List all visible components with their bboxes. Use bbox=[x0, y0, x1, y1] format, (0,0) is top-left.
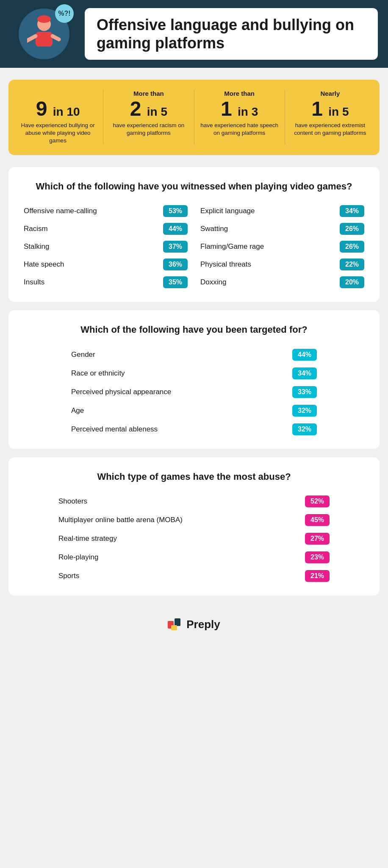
targeted-badge-3: 32% bbox=[292, 405, 317, 417]
games-label-0: Shooters bbox=[58, 497, 87, 506]
targeted-label-2: Perceived physical appearance bbox=[71, 388, 171, 396]
svg-rect-7 bbox=[171, 625, 177, 630]
witnessed-badge-0: 53% bbox=[163, 205, 188, 217]
stats-bar: 9 in 10 Have experienced bullying or abu… bbox=[8, 80, 380, 155]
witnessed-card: Which of the following have you witnesse… bbox=[8, 167, 380, 302]
witnessed-badge-r3: 22% bbox=[340, 259, 364, 270]
targeted-row-4: Perceived mental ableness 32% bbox=[71, 423, 317, 435]
witnessed-row-0: Offensive name-calling 53% bbox=[24, 205, 188, 217]
avatar: %?! bbox=[19, 8, 69, 59]
stat-prefix-0 bbox=[17, 90, 99, 97]
witnessed-grid: Offensive name-calling 53% Racism 44% St… bbox=[24, 205, 364, 288]
svg-point-1 bbox=[37, 15, 51, 23]
games-card-title: Which type of games have the most abuse? bbox=[24, 471, 364, 483]
stat-item-3: Nearly 1 in 5 have experienced extremist… bbox=[285, 90, 375, 145]
svg-rect-6 bbox=[175, 618, 180, 626]
games-badge-3: 23% bbox=[305, 551, 330, 563]
games-row-2: Real-time strategy 27% bbox=[58, 533, 330, 545]
preply-logo-icon bbox=[168, 617, 183, 632]
games-label-3: Role-playing bbox=[58, 553, 99, 562]
witnessed-row-3: Hate speech 36% bbox=[24, 259, 188, 270]
witnessed-label-3: Hate speech bbox=[24, 260, 159, 269]
witnessed-label-r1: Swatting bbox=[200, 225, 335, 233]
witnessed-row-r2: Flaming/Game rage 26% bbox=[200, 241, 364, 253]
targeted-row-1: Race or ethnicity 34% bbox=[71, 367, 317, 379]
header: %?! Offensive language and bullying on g… bbox=[0, 0, 388, 68]
witnessed-row-r4: Doxxing 20% bbox=[200, 276, 364, 288]
witnessed-label-r3: Physical threats bbox=[200, 260, 335, 269]
witnessed-label-r0: Explicit language bbox=[200, 207, 335, 215]
stat-desc-0: Have experienced bullying or abuse while… bbox=[17, 122, 99, 145]
stat-number-0: 9 in 10 bbox=[17, 99, 99, 119]
games-row-3: Role-playing 23% bbox=[58, 551, 330, 563]
witnessed-row-1: Racism 44% bbox=[24, 223, 188, 235]
games-label-4: Sports bbox=[58, 572, 79, 580]
games-row-0: Shooters 52% bbox=[58, 495, 330, 507]
stat-prefix-1: More than bbox=[108, 90, 189, 97]
games-label-2: Real-time strategy bbox=[58, 534, 117, 543]
speech-bubble-icon: %?! bbox=[55, 4, 74, 23]
witnessed-badge-2: 37% bbox=[163, 241, 188, 253]
preply-brand-name: Preply bbox=[186, 618, 220, 631]
witnessed-badge-1: 44% bbox=[163, 223, 188, 235]
stat-prefix-3: Nearly bbox=[289, 90, 371, 97]
targeted-badge-0: 44% bbox=[292, 349, 317, 361]
witnessed-label-4: Insults bbox=[24, 278, 159, 287]
preply-logo: Preply bbox=[168, 617, 220, 632]
stat-prefix-2: More than bbox=[199, 90, 280, 97]
header-icon-area: %?! bbox=[10, 8, 78, 59]
games-badge-2: 27% bbox=[305, 533, 330, 545]
witnessed-row-r3: Physical threats 22% bbox=[200, 259, 364, 270]
targeted-row-0: Gender 44% bbox=[71, 349, 317, 361]
person-icon bbox=[27, 15, 61, 53]
witnessed-badge-3: 36% bbox=[163, 259, 188, 270]
games-badge-0: 52% bbox=[305, 495, 330, 507]
games-row-1: Multiplayer online battle arena (MOBA) 4… bbox=[58, 514, 330, 526]
witnessed-badge-r0: 34% bbox=[340, 205, 364, 217]
stat-item-0: 9 in 10 Have experienced bullying or abu… bbox=[13, 90, 103, 145]
witnessed-left-col: Offensive name-calling 53% Racism 44% St… bbox=[24, 205, 188, 288]
targeted-badge-4: 32% bbox=[292, 423, 317, 435]
stat-desc-1: have experienced racism on gaming platfo… bbox=[108, 122, 189, 137]
targeted-card-title: Which of the following have you been tar… bbox=[24, 324, 364, 336]
witnessed-label-0: Offensive name-calling bbox=[24, 207, 159, 215]
witnessed-row-r0: Explicit language 34% bbox=[200, 205, 364, 217]
stat-desc-3: have experienced extremist content on ga… bbox=[289, 122, 371, 137]
witnessed-row-r1: Swatting 26% bbox=[200, 223, 364, 235]
stat-item-2: More than 1 in 3 have experienced hate s… bbox=[194, 90, 285, 145]
witnessed-row-2: Stalking 37% bbox=[24, 241, 188, 253]
games-badge-4: 21% bbox=[305, 570, 330, 582]
targeted-card: Which of the following have you been tar… bbox=[8, 310, 380, 449]
header-title-box: Offensive language and bullying on gamin… bbox=[85, 8, 378, 60]
targeted-row-2: Perceived physical appearance 33% bbox=[71, 386, 317, 398]
targeted-label-1: Race or ethnicity bbox=[71, 369, 125, 378]
targeted-label-4: Perceived mental ableness bbox=[71, 425, 158, 434]
witnessed-label-r2: Flaming/Game rage bbox=[200, 242, 335, 251]
svg-rect-2 bbox=[36, 32, 53, 47]
stat-desc-2: have experienced hate speech on gaming p… bbox=[199, 122, 280, 137]
stat-item-1: More than 2 in 5 have experienced racism… bbox=[103, 90, 194, 145]
games-label-1: Multiplayer online battle arena (MOBA) bbox=[58, 516, 183, 524]
footer: Preply bbox=[0, 604, 388, 647]
witnessed-card-title: Which of the following have you witnesse… bbox=[24, 181, 364, 193]
stat-number-1: 2 in 5 bbox=[108, 99, 189, 119]
svg-line-4 bbox=[53, 36, 59, 39]
games-row-4: Sports 21% bbox=[58, 570, 330, 582]
targeted-label-3: Age bbox=[71, 406, 84, 415]
targeted-label-0: Gender bbox=[71, 351, 95, 359]
witnessed-badge-r1: 26% bbox=[340, 223, 364, 235]
stat-number-3: 1 in 5 bbox=[289, 99, 371, 119]
witnessed-badge-r2: 26% bbox=[340, 241, 364, 253]
games-list: Shooters 52% Multiplayer online battle a… bbox=[58, 495, 330, 582]
witnessed-row-4: Insults 35% bbox=[24, 276, 188, 288]
witnessed-label-1: Racism bbox=[24, 225, 159, 233]
witnessed-label-r4: Doxxing bbox=[200, 278, 335, 287]
games-badge-1: 45% bbox=[305, 514, 330, 526]
targeted-badge-2: 33% bbox=[292, 386, 317, 398]
svg-line-3 bbox=[27, 36, 36, 41]
witnessed-right-col: Explicit language 34% Swatting 26% Flami… bbox=[200, 205, 364, 288]
header-title: Offensive language and bullying on gamin… bbox=[97, 16, 366, 52]
witnessed-badge-r4: 20% bbox=[340, 276, 364, 288]
witnessed-badge-4: 35% bbox=[163, 276, 188, 288]
stat-number-2: 1 in 3 bbox=[199, 99, 280, 119]
